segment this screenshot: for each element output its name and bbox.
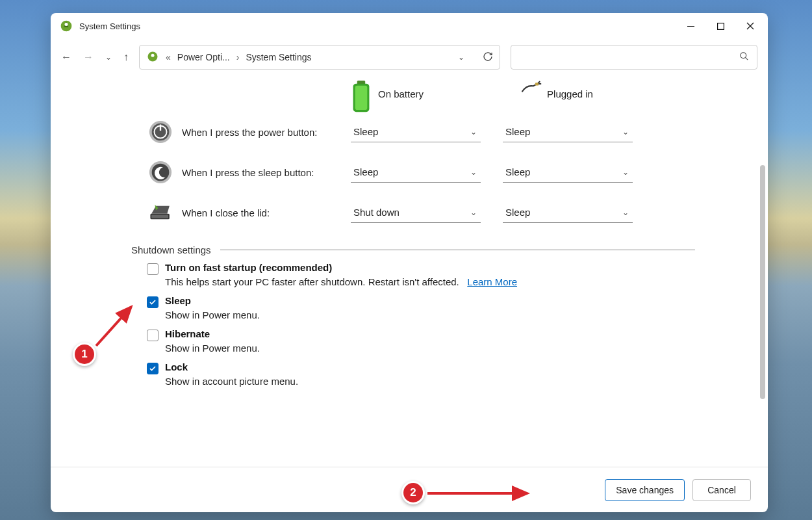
lock-checkbox[interactable] [147, 363, 159, 374]
system-settings-window: System Settings ← → ⌄ ↑ « Power Opti... … [51, 13, 768, 512]
scrollbar[interactable] [760, 81, 765, 462]
divider [220, 250, 695, 250]
hibernate-item: Hibernate Show in Power menu. [147, 328, 752, 354]
hibernate-checkbox[interactable] [147, 330, 159, 341]
up-button[interactable]: ↑ [123, 51, 129, 63]
svg-rect-12 [355, 86, 368, 110]
maximize-button[interactable] [705, 16, 735, 36]
column-header-battery: On battery [352, 81, 424, 107]
option-label: When I close the lid: [182, 207, 351, 218]
chevron-down-icon: ⌄ [470, 168, 477, 177]
scrollbar-thumb[interactable] [760, 165, 765, 399]
chevron-down-icon: ⌄ [470, 127, 477, 136]
titlebar: System Settings [51, 13, 768, 39]
option-sleep-button: When I press the sleep button: Sleep⌄ Sl… [66, 152, 752, 192]
chevron-down-icon: ⌄ [470, 208, 477, 217]
close-button[interactable] [735, 16, 765, 36]
svg-point-7 [151, 53, 155, 57]
sleep-title: Sleep [165, 295, 191, 306]
sleep-button-icon [148, 160, 173, 185]
content-area: On battery Plugged in When I press the p… [51, 75, 768, 467]
lid-icon [148, 200, 173, 225]
search-box[interactable] [511, 45, 757, 70]
hibernate-desc: Show in Power menu. [165, 343, 752, 354]
sleep-button-plugged-select[interactable]: Sleep⌄ [503, 162, 633, 183]
chevron-down-icon: ⌄ [622, 168, 629, 177]
window-title: System Settings [79, 21, 140, 31]
annotation-2: 2 [401, 481, 425, 504]
fast-startup-item: Turn on fast startup (recommended) This … [147, 262, 752, 287]
svg-line-9 [745, 57, 748, 60]
option-lid-close: When I close the lid: Shut down⌄ Sleep⌄ [66, 192, 752, 233]
lock-desc: Show in account picture menu. [165, 376, 752, 387]
sleep-checkbox[interactable] [147, 296, 159, 308]
breadcrumb-chevron-down-icon[interactable]: ⌄ [458, 53, 464, 62]
lock-item: Lock Show in account picture menu. [147, 361, 752, 387]
lid-plugged-select[interactable]: Sleep⌄ [503, 202, 633, 223]
shutdown-section-header: Shutdown settings [131, 244, 752, 255]
lock-title: Lock [165, 361, 188, 372]
nav-row: ← → ⌄ ↑ « Power Opti... › System Setting… [51, 39, 768, 75]
fast-startup-checkbox[interactable] [147, 263, 159, 275]
chevron-down-icon: ⌄ [622, 208, 629, 217]
refresh-button[interactable] [483, 51, 493, 64]
search-input[interactable] [519, 51, 739, 63]
breadcrumb[interactable]: « Power Opti... › System Settings ⌄ [139, 45, 500, 70]
fast-startup-desc: This helps start your PC faster after sh… [165, 276, 459, 287]
option-label: When I press the sleep button: [182, 167, 351, 178]
option-power-button: When I press the power button: Sleep⌄ Sl… [66, 112, 752, 152]
breadcrumb-icon [146, 50, 159, 65]
power-button-battery-select[interactable]: Sleep⌄ [351, 122, 481, 142]
sleep-desc: Show in Power menu. [165, 309, 752, 320]
history-dropdown[interactable]: ⌄ [105, 53, 112, 62]
fast-startup-title: Turn on fast startup (recommended) [165, 262, 332, 273]
sleep-button-battery-select[interactable]: Sleep⌄ [351, 162, 481, 183]
column-header-plugged: Plugged in [521, 81, 593, 107]
chevron-right-icon: › [236, 52, 240, 62]
plug-icon [521, 81, 539, 107]
learn-more-link[interactable]: Learn More [467, 276, 517, 287]
chevron-down-icon: ⌄ [622, 127, 629, 136]
battery-icon [352, 81, 370, 107]
forward-button[interactable]: → [83, 51, 94, 63]
cancel-button[interactable]: Cancel [692, 479, 751, 501]
svg-rect-21 [151, 214, 168, 218]
breadcrumb-item-1[interactable]: Power Opti... [177, 52, 230, 62]
hibernate-title: Hibernate [165, 328, 210, 339]
breadcrumb-prefix: « [166, 52, 171, 62]
svg-rect-3 [717, 23, 724, 29]
breadcrumb-item-2[interactable]: System Settings [246, 52, 311, 62]
search-icon[interactable] [739, 51, 749, 63]
app-icon [60, 20, 73, 32]
annotation-1: 1 [73, 343, 96, 366]
svg-point-8 [741, 53, 746, 58]
svg-rect-13 [535, 83, 539, 85]
save-button[interactable]: Save changes [605, 479, 685, 501]
power-button-icon [148, 120, 173, 144]
svg-point-1 [65, 23, 68, 26]
back-button[interactable]: ← [61, 51, 71, 63]
power-button-plugged-select[interactable]: Sleep⌄ [503, 122, 633, 142]
option-label: When I press the power button: [182, 127, 351, 138]
minimize-button[interactable] [676, 16, 705, 36]
sleep-item: Sleep Show in Power menu. [147, 295, 752, 320]
lid-battery-select[interactable]: Shut down⌄ [351, 202, 481, 223]
